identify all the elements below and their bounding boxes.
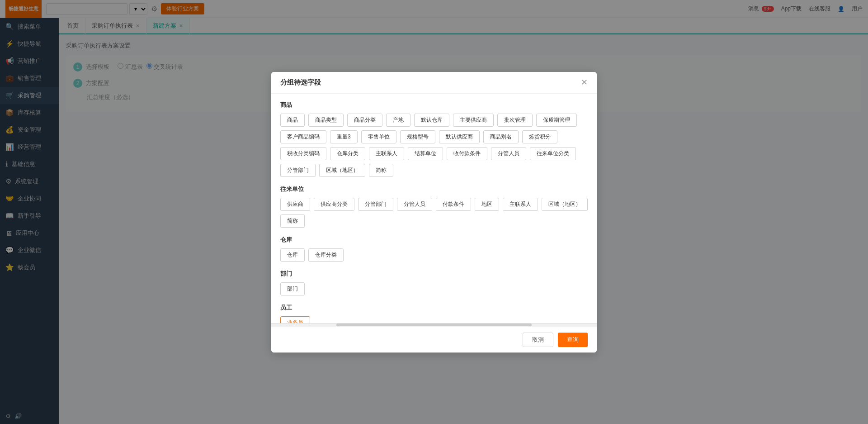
field-tag[interactable]: 分管部门 bbox=[358, 198, 393, 211]
field-tag[interactable]: 税收分类编码 bbox=[280, 147, 326, 160]
field-tag[interactable]: 业务员 bbox=[280, 316, 310, 323]
section-partner: 往来单位 供应商 供应商分类 分管部门 分管人员 付款条件 地区 主联系人 区域… bbox=[280, 185, 588, 228]
field-tag[interactable]: 主联系人 bbox=[369, 147, 404, 160]
section-dept-title: 部门 bbox=[280, 270, 588, 278]
field-tag[interactable]: 商品 bbox=[280, 114, 305, 127]
field-tag[interactable]: 零售单位 bbox=[361, 130, 396, 143]
field-tag[interactable]: 商品别名 bbox=[483, 130, 519, 143]
section-partner-fields: 供应商 供应商分类 分管部门 分管人员 付款条件 地区 主联系人 区域（地区） … bbox=[280, 198, 588, 228]
field-tag[interactable]: 部门 bbox=[280, 282, 305, 295]
field-tag[interactable]: 往来单位分类 bbox=[530, 147, 576, 160]
field-tag[interactable]: 炼货积分 bbox=[522, 130, 557, 143]
field-tag[interactable]: 付款条件 bbox=[436, 198, 471, 211]
cancel-button[interactable]: 取消 bbox=[523, 333, 553, 347]
modal-body[interactable]: 商品 商品 商品类型 商品分类 产地 默认仓库 主要供应商 批次管理 保质期管理… bbox=[271, 94, 597, 323]
field-tag[interactable]: 批次管理 bbox=[497, 114, 533, 127]
modal-hscroll-thumb bbox=[336, 324, 532, 326]
field-tag[interactable]: 规格型号 bbox=[400, 130, 435, 143]
field-tag[interactable]: 收付款条件 bbox=[447, 147, 487, 160]
section-product-title: 商品 bbox=[280, 101, 588, 109]
field-tag[interactable]: 简称 bbox=[369, 164, 393, 177]
field-tag[interactable]: 客户商品编码 bbox=[280, 130, 326, 143]
modal-footer: 取消 查询 bbox=[271, 327, 597, 353]
modal-title: 分组待选字段 bbox=[280, 78, 321, 87]
field-tag[interactable]: 保质期管理 bbox=[536, 114, 577, 127]
field-tag[interactable]: 结算单位 bbox=[408, 147, 443, 160]
field-tag[interactable]: 商品分类 bbox=[347, 114, 382, 127]
section-warehouse-title: 仓库 bbox=[280, 236, 588, 244]
section-warehouse: 仓库 仓库 仓库分类 bbox=[280, 236, 588, 262]
field-tag[interactable]: 分管人员 bbox=[491, 147, 526, 160]
field-tag[interactable]: 仓库分类 bbox=[308, 248, 344, 262]
field-select-modal: 分组待选字段 ✕ 商品 商品 商品类型 商品分类 产地 默认仓库 主要供应商 批… bbox=[271, 72, 597, 353]
field-tag[interactable]: 主要供应商 bbox=[453, 114, 494, 127]
section-product-fields: 商品 商品类型 商品分类 产地 默认仓库 主要供应商 批次管理 保质期管理 客户… bbox=[280, 114, 588, 177]
modal-close-btn[interactable]: ✕ bbox=[581, 78, 588, 86]
field-tag[interactable]: 供应商分类 bbox=[314, 198, 354, 211]
field-tag[interactable]: 区域（地区） bbox=[319, 164, 365, 177]
section-employee-fields: 业务员 bbox=[280, 316, 588, 323]
field-tag[interactable]: 仓库 bbox=[280, 248, 305, 262]
field-tag[interactable]: 主联系人 bbox=[503, 198, 538, 211]
section-product: 商品 商品 商品类型 商品分类 产地 默认仓库 主要供应商 批次管理 保质期管理… bbox=[280, 101, 588, 177]
field-tag[interactable]: 产地 bbox=[386, 114, 410, 127]
field-tag[interactable]: 分管部门 bbox=[280, 164, 316, 177]
section-warehouse-fields: 仓库 仓库分类 bbox=[280, 248, 588, 262]
field-tag[interactable]: 区域（地区） bbox=[542, 198, 588, 211]
field-tag[interactable]: 地区 bbox=[475, 198, 499, 211]
section-dept: 部门 部门 bbox=[280, 270, 588, 295]
field-tag[interactable]: 分管人员 bbox=[397, 198, 432, 211]
field-tag[interactable]: 重量3 bbox=[330, 130, 358, 143]
section-partner-title: 往来单位 bbox=[280, 185, 588, 193]
section-employee: 员工 业务员 bbox=[280, 304, 588, 323]
confirm-button[interactable]: 查询 bbox=[558, 333, 588, 347]
field-tag[interactable]: 默认仓库 bbox=[414, 114, 449, 127]
field-tag[interactable]: 仓库分类 bbox=[330, 147, 365, 160]
modal-header: 分组待选字段 ✕ bbox=[271, 72, 597, 94]
section-dept-fields: 部门 bbox=[280, 282, 588, 295]
field-tag[interactable]: 简称 bbox=[280, 214, 305, 228]
field-tag[interactable]: 商品类型 bbox=[308, 114, 344, 127]
field-tag[interactable]: 供应商 bbox=[280, 198, 310, 211]
modal-overlay: 分组待选字段 ✕ 商品 商品 商品类型 商品分类 产地 默认仓库 主要供应商 批… bbox=[0, 0, 868, 424]
section-employee-title: 员工 bbox=[280, 304, 588, 312]
field-tag[interactable]: 默认供应商 bbox=[439, 130, 480, 143]
modal-hscrollbar[interactable] bbox=[271, 323, 597, 327]
